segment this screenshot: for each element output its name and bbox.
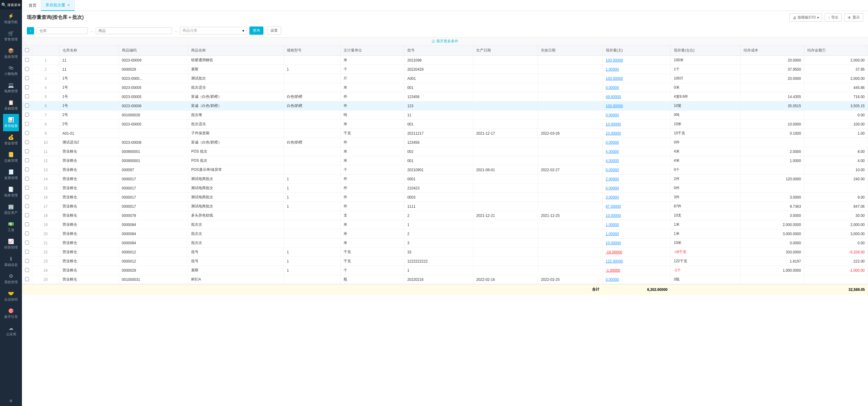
row-checkbox[interactable] [22,275,32,284]
sidebar-item-purchase[interactable]: 📋采购管理 [3,97,19,114]
row-qty-main[interactable]: 1.00000 [602,220,671,229]
row-qty-main[interactable]: 0.00000 [602,110,671,120]
warehouse-filter[interactable] [37,27,88,34]
sidebar-search[interactable]: 🔍 搜索菜单 [0,0,22,10]
row-index: 23 [32,257,59,266]
row-checkbox[interactable] [22,56,32,65]
tab-close-icon[interactable]: ✕ [67,3,70,7]
row-checkbox[interactable] [22,83,32,92]
row-checkbox[interactable] [22,184,32,193]
row-expire-date [538,184,602,193]
row-checkbox[interactable] [22,229,32,238]
row-checkbox[interactable] [22,65,32,74]
sidebar-settings[interactable]: ⚙ [0,396,22,406]
row-expire-date [538,193,602,202]
row-checkbox[interactable] [22,110,32,120]
sidebar-item-tax[interactable]: 📑税务管理 [3,183,19,201]
row-qty-main[interactable]: 4.00000 [602,147,671,156]
row-product-name: 测试电商批次 [188,193,284,202]
row-qty-main[interactable]: 10.00000 [602,129,671,138]
row-checkbox[interactable] [22,120,32,129]
sidebar-item-new-guide[interactable]: 🎯新手引导 [3,305,19,322]
tab-inventory-batch[interactable]: 库存批次覆 ✕ [41,0,75,11]
row-amount: 100.00 [804,120,868,129]
sidebar-item-payroll[interactable]: 💵工资 [3,218,19,235]
row-qty-main[interactable]: 10.00000 [602,238,671,248]
row-spec [283,220,340,229]
row-qty-main[interactable]: 100.00000 [602,101,671,110]
row-checkbox[interactable] [22,147,32,156]
row-checkbox[interactable] [22,101,32,110]
sidebar-item-finance[interactable]: 💰资金管理 [3,131,19,149]
row-checkbox[interactable] [22,74,32,83]
row-checkbox[interactable] [22,211,32,220]
sidebar-item-ops[interactable]: 📈经营管理 [3,235,19,253]
settings-button[interactable]: 设置 [267,27,281,35]
row-checkbox[interactable] [22,248,32,257]
row-checkbox[interactable] [22,220,32,229]
row-qty-main[interactable]: -1.00000 [602,266,671,275]
category-filter[interactable]: 商品分类 ▾ [180,27,247,34]
warehouse-input[interactable] [39,29,85,33]
row-checkbox[interactable] [22,165,32,174]
row-qty-main[interactable]: 1.00000 [602,65,671,74]
row-qty-main[interactable]: 122.00000 [602,257,671,266]
row-qty-main[interactable]: 0.00000 [602,275,671,284]
row-checkbox[interactable] [22,129,32,138]
row-qty-main[interactable]: 100.00000 [602,56,671,65]
row-product-code: 0023-00008 [119,101,188,110]
row-amount: 1.00 [804,129,868,138]
print-button[interactable]: 🖨 按模板打印 ▾ [789,13,822,22]
row-qty-main[interactable]: 0.00000 [602,138,671,147]
sidebar-item-system[interactable]: ⚙系统管理 [3,270,19,287]
row-checkbox[interactable] [22,238,32,248]
row-checkbox[interactable] [22,174,32,184]
sidebar-item-quick-nav[interactable]: ⚡快捷导航 [3,10,19,27]
row-checkbox[interactable] [22,266,32,275]
row-qty-main[interactable]: 0.00000 [602,165,671,174]
row-spec [283,238,340,248]
sidebar-item-basic-info[interactable]: ℹ基础信息 [3,253,19,270]
sidebar-item-retail[interactable]: 🛒零售管理 [3,27,19,45]
sidebar-item-cloud[interactable]: ☁云应用 [3,322,19,340]
row-checkbox[interactable] [22,138,32,147]
row-qty-main[interactable]: 87.00000 [602,202,671,211]
sidebar-item-wholesale[interactable]: 📦批发管理 [3,45,19,62]
row-qty-main[interactable]: 49.60000 [602,92,671,101]
row-qty-store: 10米 [671,120,741,129]
row-qty-main[interactable]: 0.00000 [602,83,671,92]
filter-expand-button[interactable]: › [27,27,34,34]
row-qty-main[interactable]: 1.00000 [602,229,671,238]
display-button[interactable]: 👁 显示 [844,13,863,22]
sidebar-item-fixed-assets[interactable]: 🏢固定资产 [3,201,19,218]
row-checkbox[interactable] [22,92,32,101]
select-all-checkbox[interactable] [25,48,29,52]
row-batch: 1 [404,220,473,229]
row-checkbox[interactable] [22,202,32,211]
row-checkbox[interactable] [22,193,32,202]
sidebar-item-invoice[interactable]: 🧾发票管理 [3,166,19,183]
row-qty-main[interactable]: 4.00000 [602,156,671,165]
sidebar-item-inventory[interactable]: 📊库存核算 [3,114,19,131]
sidebar-item-general-ledger[interactable]: 📒总账管理 [3,149,19,166]
row-checkbox[interactable] [22,156,32,165]
product-input[interactable] [98,29,169,33]
sidebar-item-ecom[interactable]: 💻电商管理 [3,79,19,97]
row-qty-main[interactable]: 10.00000 [602,211,671,220]
tab-home[interactable]: 首页 [24,0,41,11]
row-qty-main[interactable]: -16.00000 [602,248,671,257]
row-qty-main[interactable]: 100.00000 [602,74,671,83]
sidebar-item-label: 工资 [8,228,14,232]
row-checkbox[interactable] [22,257,32,266]
row-qty-main[interactable]: 10.00000 [602,120,671,129]
row-product-name: 批号 [188,248,284,257]
row-qty-main[interactable]: 2.00000 [602,174,671,184]
row-qty-main[interactable]: 0.00000 [602,184,671,193]
row-qty-main[interactable]: 3.00000 [602,193,671,202]
product-filter[interactable] [96,27,172,34]
export-button[interactable]: ↑ 导出 [825,13,842,22]
sidebar-item-mini-ecom[interactable]: 🛍小额电商 [3,62,19,79]
sidebar-item-enterprise[interactable]: 🤝企业协同 [3,287,19,305]
expand-more-bar[interactable]: ☑ 展开更多条件 [22,37,868,45]
query-button[interactable]: 查询 [249,27,264,35]
